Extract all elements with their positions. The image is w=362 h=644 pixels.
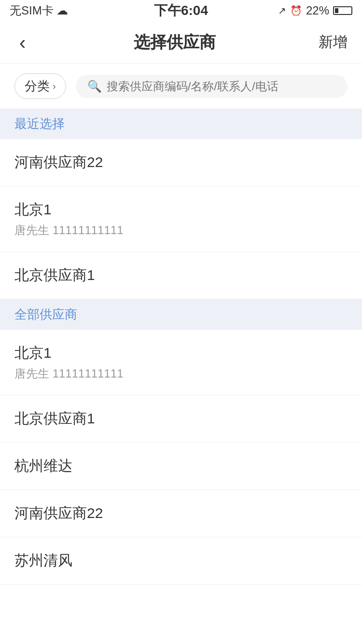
category-label: 分类 (25, 78, 50, 95)
status-bar: 无SIM卡 ☁ 下午6:04 ↗ ⏰ 22% (0, 0, 362, 21)
list-item[interactable]: 北京1唐先生 11111111111 (0, 330, 362, 395)
page-title: 选择供应商 (134, 31, 216, 54)
battery-percent: 22% (306, 4, 329, 17)
back-button[interactable]: ‹ (14, 28, 30, 57)
chevron-right-icon: › (53, 81, 56, 92)
item-name: 河南供应商22 (14, 153, 348, 172)
list-item[interactable]: 河南供应商22 (0, 490, 362, 537)
clock-icon: ⏰ (290, 5, 302, 16)
list-item[interactable]: 杭州维达 (0, 443, 362, 490)
list-item[interactable]: 河南供应商22 (0, 139, 362, 186)
all-items-list: 北京1唐先生 11111111111北京供应商1杭州维达河南供应商22苏州清风 (0, 330, 362, 585)
list-item[interactable]: 北京1唐先生 11111111111 (0, 186, 362, 252)
add-button[interactable]: 新增 (319, 32, 348, 52)
location-icon: ↗ (278, 5, 286, 16)
sim-status: 无SIM卡 ☁ (10, 3, 68, 18)
recent-section-header: 最近选择 (0, 109, 362, 139)
recent-items-list: 河南供应商22北京1唐先生 11111111111北京供应商1 (0, 139, 362, 299)
list-item[interactable]: 北京供应商1 (0, 252, 362, 299)
list-item[interactable]: 北京供应商1 (0, 395, 362, 443)
item-name: 北京供应商1 (14, 266, 348, 285)
category-filter[interactable]: 分类 › (14, 73, 66, 99)
filter-bar: 分类 › 🔍 (0, 64, 362, 109)
list-item[interactable]: 苏州清风 (0, 537, 362, 585)
item-sub: 唐先生 11111111111 (14, 223, 348, 238)
status-left: 无SIM卡 ☁ (10, 3, 68, 18)
item-name: 北京1 (14, 343, 348, 363)
item-sub: 唐先生 11111111111 (14, 366, 348, 381)
status-right: ↗ ⏰ 22% (278, 4, 352, 17)
item-name: 河南供应商22 (14, 504, 348, 523)
search-input[interactable] (107, 80, 336, 93)
item-name: 杭州维达 (14, 456, 348, 476)
nav-bar: ‹ 选择供应商 新增 (0, 21, 362, 64)
item-name: 北京1 (14, 200, 348, 220)
item-name: 苏州清风 (14, 551, 348, 571)
status-time: 下午6:04 (154, 1, 208, 20)
search-icon: 🔍 (87, 80, 102, 93)
search-box: 🔍 (76, 75, 348, 98)
all-section-header: 全部供应商 (0, 299, 362, 330)
item-name: 北京供应商1 (14, 409, 348, 429)
battery-icon (333, 6, 352, 15)
